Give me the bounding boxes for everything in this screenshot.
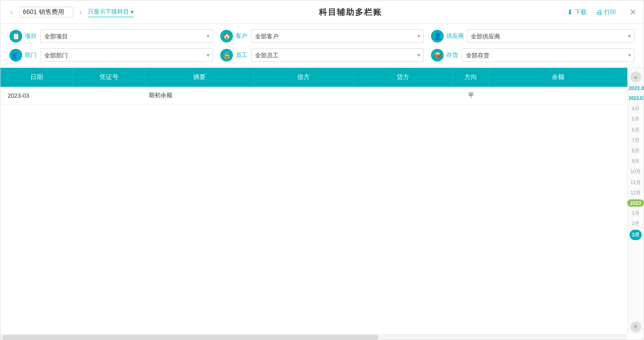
sidebar-down-btn[interactable]: ▼ (630, 321, 641, 332)
print-label: 打印 (604, 8, 616, 16)
employee-select[interactable]: 全部员工 (251, 48, 424, 62)
dept-label: 部门 (25, 51, 38, 59)
sidebar-month-8[interactable]: 8月 (628, 146, 644, 156)
filter-area: 📋 项目 全部项目 ▾ 🏠 客户 全部客户 ▾ 👤 供应商 (0, 24, 644, 68)
filter-project: 📋 项目 全部项目 ▾ (6, 28, 217, 45)
scrollbar-thumb[interactable] (2, 335, 379, 340)
print-button[interactable]: 🖨 打印 (596, 8, 616, 16)
main-window: ‹ 6601 销售费用 › 只显示下级科目 ▾ 科目辅助多栏账 ⬇ 下载 🖨 打… (0, 0, 644, 340)
inventory-label: 存货 (446, 51, 459, 59)
col-header-balance: 余额 (489, 68, 627, 87)
supplier-select-wrap: 全部供应商 ▾ (467, 29, 635, 43)
filter-supplier: 👤 供应商 全部供应商 ▾ (427, 28, 638, 45)
show-sub-arrow-icon: ▾ (131, 9, 134, 15)
cell-date: 2023-03 (0, 87, 73, 104)
close-button[interactable]: ✕ (630, 7, 636, 17)
print-icon: 🖨 (596, 8, 602, 16)
supplier-icon: 👤 (431, 30, 444, 42)
table-row: 2023-03 期初余额 平 (0, 87, 627, 104)
sidebar-up-btn[interactable]: ▲ (630, 71, 641, 82)
customer-select-wrap: 全部客户 ▾ (251, 29, 424, 43)
cell-debit (254, 87, 353, 104)
sidebar-month-6[interactable]: 6月 (628, 125, 644, 135)
table-area: 日期 凭证号 摘要 借方 贷方 方向 余额 2023-03 期初余额 (0, 68, 627, 334)
filter-customer: 🏠 客户 全部客户 ▾ (217, 28, 427, 45)
download-label: 下载 (575, 8, 587, 16)
dept-select-wrap: 全部部门 ▾ (40, 48, 213, 62)
project-select[interactable]: 全部项目 (40, 29, 213, 43)
top-bar: ‹ 6601 销售费用 › 只显示下级科目 ▾ 科目辅助多栏账 ⬇ 下载 🖨 打… (0, 0, 644, 24)
sidebar-month-2[interactable]: 2月 (628, 218, 644, 229)
col-header-date: 日期 (0, 68, 73, 87)
sidebar-period-2023-03-sub[interactable]: 2023.03 (628, 94, 644, 104)
table-header-row: 日期 凭证号 摘要 借方 贷方 方向 余额 (0, 68, 627, 87)
dept-select[interactable]: 全部部门 (40, 48, 213, 62)
sidebar-month-12[interactable]: 12月 (628, 188, 644, 198)
download-button[interactable]: ⬇ 下载 (567, 8, 587, 16)
inventory-select-wrap: 全部存货 ▾ (462, 48, 635, 62)
project-select-wrap: 全部项目 ▾ (40, 29, 213, 43)
employee-select-wrap: 全部员工 ▾ (251, 48, 424, 62)
next-arrow-btn[interactable]: › (77, 8, 85, 17)
download-icon: ⬇ (567, 8, 573, 16)
prev-arrow-btn[interactable]: ‹ (8, 8, 15, 17)
sidebar-period-2023-03-header[interactable]: 2023.03 (628, 83, 644, 94)
inventory-select[interactable]: 全部存货 (462, 48, 635, 62)
sidebar-month-1[interactable]: 1月 (628, 208, 644, 218)
sidebar-month-10[interactable]: 10月 (628, 166, 644, 177)
sidebar-month-7[interactable]: 7月 (628, 135, 644, 146)
cell-desc: 期初余额 (145, 87, 254, 104)
horizontal-scrollbar[interactable] (0, 334, 627, 340)
employee-icon: 🔒 (220, 49, 233, 61)
filter-inventory: 📦 存货 全部存货 ▾ (427, 47, 638, 64)
inventory-icon: 📦 (431, 49, 444, 61)
supplier-select[interactable]: 全部供应商 (467, 29, 635, 43)
col-header-credit: 贷方 (353, 68, 453, 87)
sidebar-year-2023-badge: 2023 (627, 199, 644, 207)
top-bar-right: ⬇ 下载 🖨 打印 ✕ (567, 7, 636, 17)
project-label: 项目 (25, 32, 38, 40)
sidebar-month-3-active[interactable]: 3月 (630, 230, 642, 240)
customer-select[interactable]: 全部客户 (251, 29, 424, 43)
col-header-voucher: 凭证号 (73, 68, 145, 87)
col-header-desc: 摘要 (145, 68, 254, 87)
sidebar-month-11[interactable]: 11月 (628, 177, 644, 188)
page-title: 科目辅助多栏账 (319, 7, 382, 18)
cell-direction: 平 (453, 87, 489, 104)
cell-balance (489, 87, 627, 104)
ledger-table: 日期 凭证号 摘要 借方 贷方 方向 余额 2023-03 期初余额 (0, 68, 627, 104)
filter-dept: 👥 部门 全部部门 ▾ (6, 47, 217, 64)
sidebar-month-5[interactable]: 5月 (628, 114, 644, 124)
top-bar-left: ‹ 6601 销售费用 › 只显示下级科目 ▾ (8, 7, 134, 18)
col-header-debit: 借方 (254, 68, 353, 87)
project-icon: 📋 (9, 30, 22, 42)
customer-icon: 🏠 (220, 30, 233, 42)
account-code-label: 6601 销售费用 (19, 7, 73, 18)
employee-label: 员工 (236, 51, 248, 59)
col-header-direction: 方向 (453, 68, 489, 87)
supplier-label: 供应商 (446, 32, 464, 40)
cell-voucher (73, 87, 145, 104)
show-sub-label: 只显示下级科目 (88, 8, 129, 16)
right-sidebar: ▲ 2023.03 2023.03 4月 5月 6月 7月 8月 9月 10月 … (627, 68, 644, 334)
dept-icon: 👥 (9, 49, 22, 61)
sidebar-month-4[interactable]: 4月 (628, 104, 644, 114)
show-sub-button[interactable]: 只显示下级科目 ▾ (88, 7, 134, 17)
sidebar-month-9[interactable]: 9月 (628, 156, 644, 166)
customer-label: 客户 (236, 32, 248, 40)
cell-credit (353, 87, 453, 104)
filter-employee: 🔒 员工 全部员工 ▾ (217, 47, 427, 64)
